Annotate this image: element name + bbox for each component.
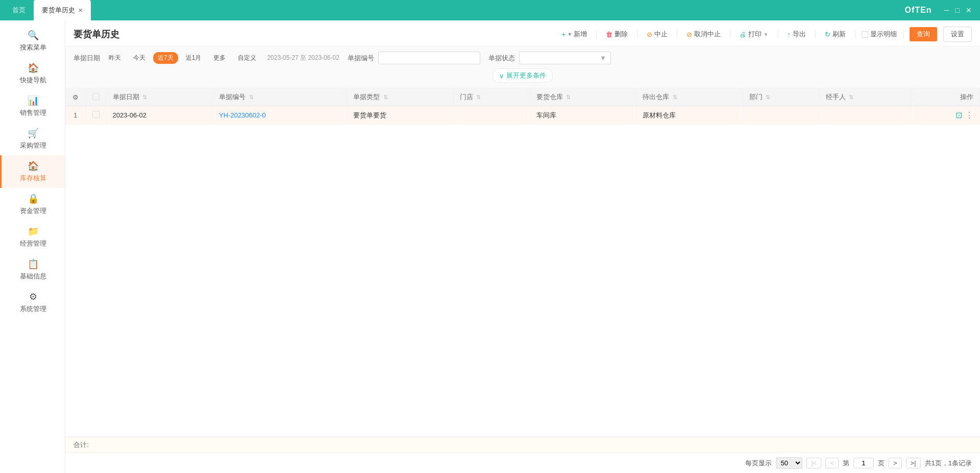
stop-label: 中止: [654, 30, 668, 39]
col-action-label: 操作: [960, 93, 973, 101]
toolbar-divider-2: [637, 30, 638, 38]
minimize-icon[interactable]: ─: [944, 6, 949, 14]
col-pending-warehouse-label: 待出仓库: [643, 93, 669, 101]
docno-label: 单据编号: [348, 54, 374, 63]
sort-handler-icon: ⇅: [849, 94, 853, 100]
col-checkbox[interactable]: [86, 88, 106, 106]
date-btn-today[interactable]: 今天: [129, 52, 150, 64]
col-doc-no-label: 单据编号: [219, 93, 246, 101]
sidebar-label-search-menu: 搜索菜单: [20, 43, 46, 52]
sidebar-item-quick-nav[interactable]: 🏠 快捷导航: [0, 57, 65, 90]
col-req-warehouse[interactable]: 要货仓库 ⇅: [530, 88, 636, 106]
col-handler-label: 经手人: [826, 93, 846, 101]
date-btn-7days[interactable]: 近7天: [153, 52, 178, 64]
select-all-checkbox[interactable]: [92, 93, 100, 100]
query-button[interactable]: 查询: [910, 27, 937, 41]
row-store: [453, 106, 530, 125]
prev-page-button[interactable]: <: [825, 458, 839, 468]
tab-bar: 首页 要货单历史 ✕: [4, 0, 903, 20]
sidebar-item-sales[interactable]: 📊 销售管理: [0, 90, 65, 123]
table-footer: 合计:: [65, 437, 980, 453]
tab-home-label: 首页: [12, 6, 26, 15]
filter-status-field: 单据状态 ▼: [488, 52, 611, 64]
date-btn-1month[interactable]: 近1月: [181, 52, 206, 64]
sort-doc-date-icon: ⇅: [142, 94, 147, 100]
expand-more-label: 展开更多条件: [506, 71, 546, 80]
col-handler[interactable]: 经手人 ⇅: [819, 88, 911, 106]
top-bar: 首页 要货单历史 ✕ OfTEn ─ □ ✕: [0, 0, 980, 20]
toolbar-divider-3: [677, 30, 677, 38]
col-store[interactable]: 门店 ⇅: [453, 88, 530, 106]
toolbar-divider-8: [903, 30, 903, 38]
tab-home[interactable]: 首页: [4, 0, 34, 20]
row-select-checkbox[interactable]: [92, 111, 100, 118]
col-doc-date[interactable]: 单据日期 ⇅: [106, 88, 213, 106]
page-size-label: 每页显示: [745, 459, 772, 468]
total-info: 共1页，1条记录: [925, 459, 972, 468]
tab-requisition-history[interactable]: 要货单历史 ✕: [34, 0, 91, 20]
cancel-stop-button[interactable]: ⊘ 取消中止: [683, 28, 724, 41]
last-page-button[interactable]: >|: [906, 458, 921, 468]
status-select[interactable]: ▼: [519, 52, 611, 64]
page-unit: 页: [878, 459, 885, 468]
maximize-icon[interactable]: □: [955, 6, 960, 14]
page-title: 要货单历史: [74, 28, 119, 40]
purchase-icon: 🛒: [28, 128, 39, 139]
sidebar-label-purchase: 采购管理: [20, 141, 46, 150]
row-doc-no[interactable]: YH-20230602-0: [213, 106, 347, 125]
sidebar-item-inventory[interactable]: 🏠 库存核算: [0, 155, 65, 188]
date-btn-custom[interactable]: 自定义: [233, 52, 261, 64]
content-area: 要货单历史 + + 新增 🗑 删除 ⊘ 中止 ⊘: [65, 20, 980, 473]
refresh-icon: ↻: [825, 31, 830, 38]
status-dropdown-icon: ▼: [600, 54, 606, 62]
toolbar-divider-4: [730, 30, 730, 38]
stop-button[interactable]: ⊘ 中止: [644, 28, 671, 41]
docno-input[interactable]: [378, 52, 480, 64]
expand-more-button[interactable]: ∨ 展开更多条件: [493, 68, 553, 83]
setting-button[interactable]: 设置: [943, 27, 972, 42]
print-button[interactable]: 🖨 打印 ▼: [737, 28, 772, 41]
view-action-icon[interactable]: ⊡: [955, 110, 962, 120]
date-btn-more[interactable]: 更多: [209, 52, 230, 64]
delete-button[interactable]: 🗑 删除: [603, 28, 631, 41]
sidebar-item-search-menu[interactable]: 🔍 搜索菜单: [0, 25, 65, 57]
sidebar-item-purchase[interactable]: 🛒 采购管理: [0, 123, 65, 155]
cancel-stop-icon: ⊘: [687, 31, 692, 38]
page-size-select[interactable]: 50 10 20 100: [776, 457, 802, 469]
col-req-warehouse-label: 要货仓库: [536, 93, 563, 101]
col-doc-no[interactable]: 单据编号 ⇅: [213, 88, 347, 106]
checkbox-display: [862, 31, 868, 38]
page-input[interactable]: [853, 458, 874, 468]
sidebar-item-sys[interactable]: ⚙ 系统管理: [0, 286, 65, 319]
search-menu-icon: 🔍: [28, 30, 39, 41]
toolbar-divider-7: [855, 30, 855, 38]
doc-no-link[interactable]: YH-20230602-0: [219, 111, 266, 119]
sidebar-item-finance[interactable]: 🔒 资金管理: [0, 188, 65, 221]
col-settings[interactable]: ⚙: [65, 88, 86, 106]
toolbar-divider-1: [596, 30, 597, 38]
tab-close-icon[interactable]: ✕: [78, 7, 83, 14]
first-page-button[interactable]: |<: [806, 458, 821, 468]
main-layout: 🔍 搜索菜单 🏠 快捷导航 📊 销售管理 🛒 采购管理 🏠 库存核算 🔒 资金管…: [0, 20, 980, 473]
close-icon[interactable]: ✕: [966, 6, 972, 14]
col-dept[interactable]: 部门 ⇅: [743, 88, 819, 106]
date-btn-yesterday[interactable]: 昨天: [104, 52, 126, 64]
sidebar-item-basic-info[interactable]: 📋 基础信息: [0, 253, 65, 286]
tab-requisition-label: 要货单历史: [42, 6, 75, 15]
display-toggle[interactable]: 显示明细: [862, 30, 897, 39]
next-page-button[interactable]: >: [889, 458, 902, 468]
more-action-icon[interactable]: ⋮: [965, 110, 973, 120]
window-controls: OfTEn ─ □ ✕: [903, 6, 980, 15]
row-pending-warehouse: 原材料仓库: [636, 106, 743, 125]
new-button[interactable]: + + 新增: [558, 28, 590, 41]
col-doc-type[interactable]: 单据类型 ⇅: [347, 88, 453, 106]
table-wrapper: ⚙ 单据日期 ⇅ 单据编号 ⇅ 单据类型: [65, 88, 980, 437]
refresh-button[interactable]: ↻ 刷新: [822, 28, 849, 41]
sidebar-item-ops[interactable]: 📁 经营管理: [0, 221, 65, 253]
export-button[interactable]: ↑ 导出: [785, 28, 810, 41]
sort-req-warehouse-icon: ⇅: [566, 94, 571, 100]
col-pending-warehouse[interactable]: 待出仓库 ⇅: [636, 88, 743, 106]
delete-icon: 🗑: [606, 31, 612, 38]
row-checkbox[interactable]: [86, 106, 106, 125]
inventory-icon: 🏠: [28, 160, 39, 172]
